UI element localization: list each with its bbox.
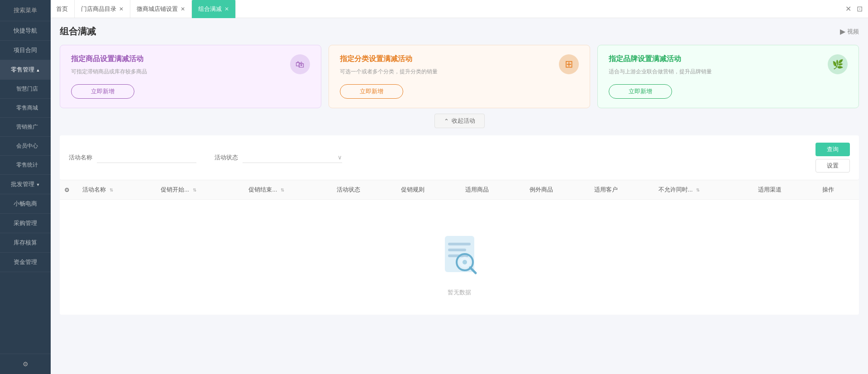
video-link[interactable]: ▶ 视频 <box>840 27 859 36</box>
col-applicable-channel: 适用渠道 <box>754 180 818 200</box>
col-applicable-goods: 适用商品 <box>461 180 525 200</box>
main-area: 首页 门店商品目录 ✕ 微商城店铺设置 ✕ 组合满减 ✕ ✕ ⊡ 组合满减 ▶ … <box>51 0 868 374</box>
sidebar-item-member-center[interactable]: 会员中心 <box>0 137 51 156</box>
col-promo-rule: 促销规则 <box>396 180 461 200</box>
brand-card-btn[interactable]: 立即新增 <box>609 84 672 99</box>
brand-card-title: 指定品牌设置满减活动 <box>609 54 848 64</box>
product-card-icon: 🛍 <box>290 54 310 74</box>
col-applicable-goods-label: 适用商品 <box>465 186 489 193</box>
svg-point-7 <box>463 260 467 264</box>
data-table: ⚙ 活动名称 ⇅ 促销开始... ⇅ 促销结束... <box>60 180 859 200</box>
col-activity-status-label: 活动状态 <box>337 186 360 193</box>
sidebar-item-quick-nav[interactable]: 快捷导航 <box>0 21 51 41</box>
sort-icon-no-concurrent: ⇅ <box>696 187 700 192</box>
table-header: ⚙ 活动名称 ⇅ 促销开始... ⇅ 促销结束... <box>60 180 859 200</box>
sidebar-item-wholesale[interactable]: 批发管理 <box>0 175 51 194</box>
tab-combo-discount[interactable]: 组合满减 ✕ <box>192 0 236 18</box>
svg-rect-2 <box>448 249 466 251</box>
tab-close-combo-discount[interactable]: ✕ <box>224 0 229 18</box>
col-operation: 操作 <box>818 180 859 200</box>
col-promo-rule-label: 促销规则 <box>401 186 424 193</box>
empty-icon <box>432 227 486 281</box>
col-applicable-customer: 适用客户 <box>590 180 654 200</box>
col-exception-goods: 例外商品 <box>525 180 589 200</box>
activity-name-field: 活动名称 <box>69 152 196 163</box>
tab-store-catalog[interactable]: 门店商品目录 ✕ <box>75 0 130 18</box>
content-area: 组合满减 ▶ 视频 指定商品设置满减活动 可指定滞销商品或库存较多商品 🛍 立即… <box>51 18 868 374</box>
settings-button[interactable]: 设置 <box>816 159 850 173</box>
tab-close-wechat-settings[interactable]: ✕ <box>181 0 185 18</box>
category-card-btn[interactable]: 立即新增 <box>340 84 403 99</box>
col-operation-label: 操作 <box>822 186 834 193</box>
table-container: ⚙ 活动名称 ⇅ 促销开始... ⇅ 促销结束... <box>60 180 859 315</box>
category-card-desc: 可选一个或者多个分类，提升分类的销量 <box>340 67 579 76</box>
product-card-desc: 可指定滞销商品或库存较多商品 <box>71 67 310 76</box>
sort-icon-promo-end: ⇅ <box>281 187 284 192</box>
sort-icon-activity-name: ⇅ <box>110 187 113 192</box>
product-card: 指定商品设置满减活动 可指定滞销商品或库存较多商品 🛍 立即新增 <box>60 45 321 108</box>
product-card-title: 指定商品设置满减活动 <box>71 54 310 64</box>
col-activity-status: 活动状态 <box>332 180 396 200</box>
brand-card-icon: 🌿 <box>828 54 848 74</box>
chevron-up-icon: ⌃ <box>444 118 449 125</box>
col-promo-start[interactable]: 促销开始... ⇅ <box>156 180 244 200</box>
tab-bar-controls: ✕ ⊡ <box>845 5 863 13</box>
sidebar-item-retail-mall[interactable]: 零售商城 <box>0 99 51 118</box>
col-promo-start-label: 促销开始... <box>161 186 189 193</box>
sidebar-item-project-contract[interactable]: 项目合同 <box>0 41 51 60</box>
activity-name-input[interactable] <box>97 152 196 163</box>
collapse-activity-btn[interactable]: ⌃ 收起活动 <box>434 114 485 128</box>
col-promo-end[interactable]: 促销结束... ⇅ <box>244 180 332 200</box>
search-actions: 查询 设置 <box>816 143 850 173</box>
sidebar-item-retail-stats[interactable]: 零售统计 <box>0 156 51 175</box>
cards-row: 指定商品设置满减活动 可指定滞销商品或库存较多商品 🛍 立即新增 指定分类设置满… <box>60 45 859 108</box>
search-table-container: 活动名称 活动状态 ∨ 查询 设置 <box>60 135 859 315</box>
window-close-btn[interactable]: ✕ <box>845 5 851 13</box>
empty-state: 暂无数据 <box>60 200 859 315</box>
svg-rect-1 <box>448 243 471 245</box>
col-applicable-customer-label: 适用客户 <box>594 186 618 193</box>
col-no-concurrent[interactable]: 不允许同时... ⇅ <box>654 180 754 200</box>
tab-bar: 首页 门店商品目录 ✕ 微商城店铺设置 ✕ 组合满减 ✕ ✕ ⊡ <box>51 0 868 18</box>
empty-text: 暂无数据 <box>60 288 859 297</box>
gear-icon: ⚙ <box>64 187 70 193</box>
col-no-concurrent-label: 不允许同时... <box>658 186 693 193</box>
activity-status-field: 活动状态 ∨ <box>215 152 342 163</box>
sort-icon-promo-start: ⇅ <box>193 187 196 192</box>
sidebar-item-retail-management[interactable]: 零售管理 <box>0 60 51 80</box>
activity-name-label: 活动名称 <box>69 153 92 162</box>
col-exception-goods-label: 例外商品 <box>529 186 553 193</box>
activity-status-select[interactable]: ∨ <box>243 152 342 163</box>
sidebar-search[interactable]: 搜索菜单 <box>0 0 51 21</box>
sidebar-item-smart-store[interactable]: 智慧门店 <box>0 80 51 99</box>
sidebar-item-purchase[interactable]: 采购管理 <box>0 214 51 233</box>
query-button[interactable]: 查询 <box>816 143 850 156</box>
brand-card-desc: 适合与上游企业联合做营销，提升品牌销量 <box>609 67 848 76</box>
collapse-row: ⌃ 收起活动 <box>60 114 859 128</box>
category-card-icon: ⊞ <box>559 54 579 74</box>
activity-status-label: 活动状态 <box>215 153 238 162</box>
col-promo-end-label: 促销结束... <box>248 186 277 193</box>
sidebar-item-marketing[interactable]: 营销推广 <box>0 118 51 137</box>
play-icon: ▶ <box>840 27 845 36</box>
col-activity-name-label: 活动名称 <box>82 186 106 193</box>
sidebar-item-inventory[interactable]: 库存核算 <box>0 233 51 253</box>
col-settings[interactable]: ⚙ <box>60 180 78 200</box>
page-header: 组合满减 ▶ 视频 <box>60 25 859 38</box>
search-area: 活动名称 活动状态 ∨ 查询 设置 <box>60 135 859 180</box>
sidebar-item-finance[interactable]: 资金管理 <box>0 253 51 272</box>
tab-wechat-settings[interactable]: 微商城店铺设置 ✕ <box>130 0 192 18</box>
col-activity-name[interactable]: 活动名称 ⇅ <box>78 180 156 200</box>
chevron-down-icon: ∨ <box>338 154 342 161</box>
sidebar: 搜索菜单 快捷导航 项目合同 零售管理 智慧门店 零售商城 营销推广 会员中心 … <box>0 0 51 374</box>
sidebar-item-ecommerce[interactable]: 小畅电商 <box>0 194 51 214</box>
category-card-title: 指定分类设置满减活动 <box>340 54 579 64</box>
product-card-btn[interactable]: 立即新增 <box>71 84 134 99</box>
sidebar-settings-button[interactable]: ⚙ <box>0 354 51 374</box>
tab-home[interactable]: 首页 <box>56 0 75 18</box>
category-card: 指定分类设置满减活动 可选一个或者多个分类，提升分类的销量 ⊞ 立即新增 <box>329 45 590 108</box>
page-title: 组合满减 <box>60 25 96 38</box>
col-applicable-channel-label: 适用渠道 <box>758 186 782 193</box>
tab-close-store-catalog[interactable]: ✕ <box>119 0 124 18</box>
window-maximize-btn[interactable]: ⊡ <box>857 5 863 13</box>
